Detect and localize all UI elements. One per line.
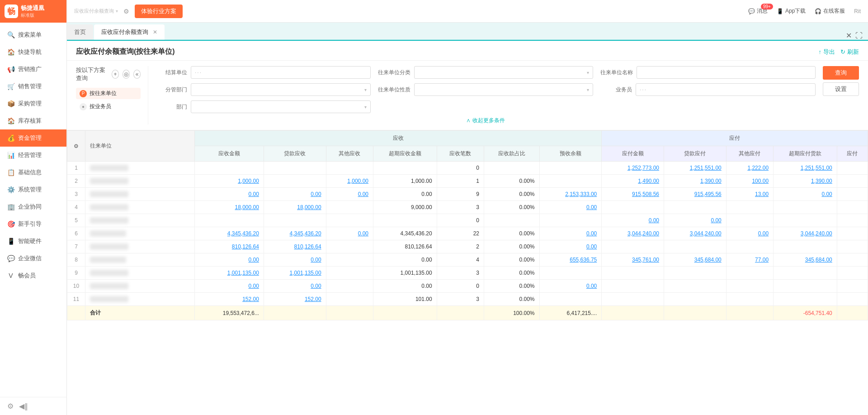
- cell-ar-prepay[interactable]: 2,153,333.00: [539, 188, 602, 201]
- sidebar-item-operations[interactable]: 📊 经营管理: [0, 147, 66, 164]
- collapse-sidebar-icon[interactable]: ◀‖: [19, 402, 28, 410]
- cell-ar-prepay[interactable]: 0.00: [539, 240, 602, 253]
- app-download-button[interactable]: 📱 App下载: [777, 7, 806, 15]
- query-button[interactable]: 查询: [823, 66, 859, 80]
- th-settings[interactable]: ⚙: [67, 131, 85, 162]
- sidebar-item-basic-info[interactable]: 📋 基础信息: [0, 164, 66, 181]
- cell-ap-amount[interactable]: 915,508.56: [602, 188, 664, 201]
- cell-ar-amount[interactable]: 4,345,436.20: [195, 227, 264, 240]
- refresh-button[interactable]: ↻ 刷新: [840, 48, 859, 56]
- sidebar-item-wechat[interactable]: 💬 企业微信: [0, 250, 66, 267]
- cell-ap-loan[interactable]: 1,390.00: [664, 175, 726, 188]
- cell-ap-amount[interactable]: 1,252,773.00: [602, 162, 664, 175]
- sidebar-item-search-menu[interactable]: 🔍 搜索菜单: [0, 26, 66, 43]
- tab-home[interactable]: 首页: [67, 24, 93, 40]
- promo-button[interactable]: 体验行业方案: [135, 5, 183, 18]
- input-partner-nature[interactable]: ▾: [414, 83, 593, 96]
- cell-ar-amount[interactable]: 810,126.64: [195, 240, 264, 253]
- cell-ar-prepay[interactable]: 0.00: [539, 280, 602, 293]
- cell-ap-loan[interactable]: 0.00: [664, 214, 726, 227]
- sidebar-item-purchase[interactable]: 📦 采购管理: [0, 95, 66, 112]
- footer-ar-prepay[interactable]: 6,417,215....: [539, 306, 602, 320]
- messages-button[interactable]: 💬 消息 99+: [748, 7, 768, 15]
- cell-ar-loan[interactable]: 810,126.64: [264, 240, 326, 253]
- input-partner-category[interactable]: ▾: [414, 66, 593, 79]
- filter-collapse-button[interactable]: «: [133, 70, 141, 79]
- refresh-label: 刷新: [847, 48, 859, 56]
- topbar-gear-icon[interactable]: ⚙: [123, 8, 129, 15]
- footer-ar-amount[interactable]: 19,553,472,6...: [195, 306, 264, 320]
- settings-bottom-icon[interactable]: ⚙: [7, 402, 14, 410]
- sidebar-item-finance[interactable]: 💰 资金管理: [0, 129, 66, 147]
- sidebar-item-sales[interactable]: 🛒 销售管理: [0, 78, 66, 95]
- cell-ar-amount[interactable]: 1,001,135.00: [195, 267, 264, 280]
- sidebar-item-member[interactable]: V 畅会员: [0, 267, 66, 284]
- cell-ap-overdue[interactable]: 3,044,240.00: [774, 227, 837, 240]
- cell-ar-prepay[interactable]: 0.00: [539, 201, 602, 214]
- cell-ap-overdue[interactable]: 345,684.00: [774, 253, 837, 267]
- cell-ap-amount[interactable]: 1,490.00: [602, 175, 664, 188]
- cell-ar-other[interactable]: 0.00: [326, 227, 373, 240]
- cell-ar-loan[interactable]: 0.00: [264, 253, 326, 267]
- cell-ap-amount[interactable]: 345,761.00: [602, 253, 664, 267]
- online-service-label: 在线客服: [823, 7, 845, 15]
- input-department[interactable]: ▾: [191, 100, 371, 113]
- sidebar-item-hardware[interactable]: 📱 智能硬件: [0, 233, 66, 250]
- filter-add-button[interactable]: +: [112, 70, 119, 79]
- cell-ar-loan[interactable]: 1,001,135.00: [264, 267, 326, 280]
- cell-ar-other[interactable]: 1,000.00: [326, 175, 373, 188]
- scheme-by-staff[interactable]: ● 按业务员: [76, 101, 141, 112]
- tab-ar-ap[interactable]: 应收应付余额查询 ✕: [94, 24, 165, 40]
- cell-ar-other[interactable]: 0.00: [326, 188, 373, 201]
- sidebar-item-marketing[interactable]: 📢 营销推广: [0, 61, 66, 78]
- user-name[interactable]: Rit: [854, 8, 861, 14]
- cell-ap-other[interactable]: 0.00: [726, 227, 773, 240]
- cell-ap-loan[interactable]: 915,495.56: [664, 188, 726, 201]
- collapse-more-btn[interactable]: ∧ 收起更多条件: [156, 117, 816, 124]
- cell-ar-prepay[interactable]: 655,636.75: [539, 253, 602, 267]
- maximize-tab-button[interactable]: ⛶: [855, 32, 863, 40]
- cell-ar-amount[interactable]: 0.00: [195, 188, 264, 201]
- sidebar-item-guide[interactable]: 🎯 新手引导: [0, 215, 66, 233]
- cell-ar-amount[interactable]: 152.00: [195, 293, 264, 306]
- sidebar-item-quick-nav[interactable]: 🏠 快捷导航: [0, 43, 66, 61]
- input-dept[interactable]: ▾: [191, 83, 371, 96]
- cell-ap-overdue[interactable]: 0.00: [774, 188, 837, 201]
- cell-ar-loan[interactable]: 0.00: [264, 280, 326, 293]
- cell-ap-amount[interactable]: 0.00: [602, 214, 664, 227]
- sidebar-item-enterprise[interactable]: 🏢 企业协同: [0, 198, 66, 215]
- th-ap-col: 应付: [837, 146, 868, 162]
- cell-ap-amount[interactable]: 3,044,240.00: [602, 227, 664, 240]
- cell-ar-loan[interactable]: 152.00: [264, 293, 326, 306]
- cell-ar-loan[interactable]: 4,345,436.20: [264, 227, 326, 240]
- filter-setting-button[interactable]: ◎: [123, 70, 130, 79]
- close-tab-button[interactable]: ✕: [846, 31, 852, 40]
- cell-ar-amount[interactable]: 0.00: [195, 280, 264, 293]
- sidebar-item-system[interactable]: ⚙️ 系统管理: [0, 181, 66, 198]
- settings-button[interactable]: 设置: [823, 82, 859, 96]
- sidebar-item-inventory[interactable]: 🏠 库存核算: [0, 112, 66, 129]
- cell-ap-col: [837, 214, 868, 227]
- cell-ar-loan[interactable]: 0.00: [264, 188, 326, 201]
- cell-ar-prepay[interactable]: 0.00: [539, 227, 602, 240]
- export-button[interactable]: ↑ 导出: [819, 48, 835, 56]
- cell-ap-other[interactable]: 13.00: [726, 188, 773, 201]
- input-salesperson[interactable]: ···: [636, 83, 816, 96]
- tab-ar-ap-close[interactable]: ✕: [153, 29, 157, 35]
- cell-ap-loan[interactable]: 345,684.00: [664, 253, 726, 267]
- cell-ap-overdue[interactable]: 1,251,551.00: [774, 162, 837, 175]
- cell-ap-other[interactable]: 77.00: [726, 253, 773, 267]
- input-partner-name[interactable]: [637, 66, 816, 79]
- cell-ap-overdue[interactable]: 1,390.00: [774, 175, 837, 188]
- scheme-by-partner[interactable]: P 按往来单位: [76, 88, 141, 99]
- cell-ap-other[interactable]: 1,222.00: [726, 162, 773, 175]
- cell-ar-loan[interactable]: 18,000.00: [264, 201, 326, 214]
- cell-ar-amount[interactable]: 0.00: [195, 253, 264, 267]
- cell-ar-amount[interactable]: 18,000.00: [195, 201, 264, 214]
- cell-ar-amount[interactable]: 1,000.00: [195, 175, 264, 188]
- cell-ap-loan[interactable]: 1,251,551.00: [664, 162, 726, 175]
- online-service-button[interactable]: 🎧 在线客服: [815, 7, 845, 15]
- input-settlement[interactable]: ···: [191, 66, 371, 79]
- cell-ap-loan[interactable]: 3,044,240.00: [664, 227, 726, 240]
- cell-ap-other[interactable]: 100.00: [726, 175, 773, 188]
